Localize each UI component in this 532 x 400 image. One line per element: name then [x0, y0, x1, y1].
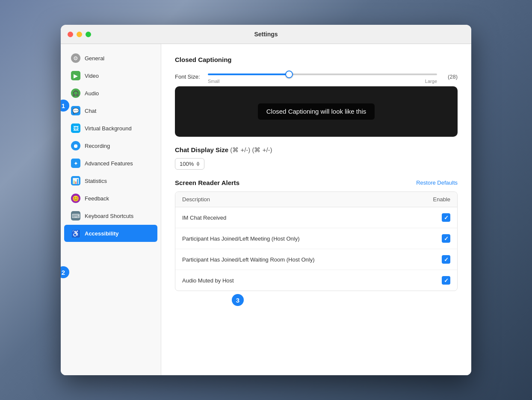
checkbox-participant-joined[interactable]: ✓ [442, 234, 450, 243]
chat-display-dropdown[interactable]: 100% [175, 158, 204, 170]
sidebar-item-general[interactable]: ⚙ General [64, 50, 157, 67]
arrow-up-icon [196, 162, 200, 164]
feedback-icon: 😊 [71, 194, 80, 203]
advanced-features-icon: ✦ [71, 159, 80, 168]
alerts-table: Description Enable IM Chat Received ✓ Pa… [175, 191, 458, 291]
audio-icon: 🎧 [71, 88, 80, 98]
sidebar-item-accessibility[interactable]: ♿ Accessibility [64, 225, 157, 242]
screen-reader-header: Screen Reader Alerts Restore Defaults [175, 179, 458, 186]
sidebar-label-recording: Recording [85, 143, 110, 149]
sidebar-item-feedback[interactable]: 😊 Feedback [64, 190, 157, 207]
checkbox-audio-muted[interactable]: ✓ [442, 276, 450, 285]
chat-display-section: Chat Display Size (⌘ +/-) (⌘ +/-) 100% [175, 146, 458, 170]
window-title: Settings [254, 31, 278, 38]
screen-reader-section: Screen Reader Alerts Restore Defaults De… [175, 179, 458, 291]
chat-icon: 💬 [71, 106, 80, 115]
general-icon: ⚙ [71, 53, 80, 63]
font-size-slider[interactable] [208, 74, 437, 75]
chat-display-title: Chat Display Size (⌘ +/-) (⌘ +/-) [175, 146, 458, 154]
sidebar-label-keyboard-shortcuts: Keyboard Shortcuts [85, 213, 133, 219]
caption-preview: Closed Captioning will look like this [175, 86, 458, 137]
statistics-icon: 📊 [71, 176, 80, 185]
table-row-participant-waiting: Participant Has Joined/Left Waiting Room… [175, 249, 457, 270]
chat-display-value: 100% [180, 161, 194, 167]
table-row-audio-muted: Audio Muted by Host ✓ [175, 270, 457, 291]
sidebar-label-general: General [85, 55, 104, 62]
slider-container: Small Large [208, 69, 437, 84]
maximize-button[interactable] [86, 32, 91, 37]
table-row-im-chat: IM Chat Received ✓ [175, 207, 457, 228]
row-description-participant-joined: Participant Has Joined/Left Meeting (Hos… [182, 235, 300, 242]
sidebar-label-accessibility: Accessibility [85, 230, 119, 237]
sidebar-item-video[interactable]: ▶ Video [64, 67, 157, 84]
table-row-participant-joined: Participant Has Joined/Left Meeting (Hos… [175, 228, 457, 249]
sidebar-label-virtual-background: Virtual Background [85, 125, 132, 132]
title-bar: Settings [61, 25, 471, 44]
dropdown-arrows [196, 162, 200, 166]
sidebar-item-advanced-features[interactable]: ✦ Advanced Features [64, 155, 157, 172]
slider-labels: Small Large [208, 79, 437, 84]
virtual-background-icon: 🖼 [71, 124, 80, 133]
slider-max-label: Large [425, 79, 437, 84]
video-icon: ▶ [71, 71, 80, 80]
traffic-lights [68, 32, 91, 37]
row-description-audio-muted: Audio Muted by Host [182, 277, 234, 284]
sidebar-item-chat[interactable]: 💬 Chat [64, 102, 157, 119]
col-enable-header: Enable [433, 196, 450, 203]
restore-defaults-button[interactable]: Restore Defaults [416, 179, 458, 186]
keyboard-shortcuts-icon: ⌨ [71, 211, 80, 221]
settings-window: Settings 1 2 3 ⚙ General ▶ Video 🎧 Audio [61, 25, 471, 375]
checkmark-icon: ✓ [444, 235, 449, 242]
closed-captioning-section: Closed Captioning Font Size: Small Large… [175, 56, 458, 137]
slider-min-label: Small [208, 79, 220, 84]
sidebar: ⚙ General ▶ Video 🎧 Audio 💬 Chat 🖼 Virtu… [61, 44, 161, 375]
col-description-header: Description [182, 196, 210, 203]
arrow-down-icon [196, 164, 200, 166]
close-button[interactable] [68, 32, 73, 37]
recording-icon: ⏺ [71, 141, 80, 150]
sidebar-label-statistics: Statistics [85, 178, 107, 184]
caption-preview-text: Closed Captioning will look like this [266, 108, 366, 115]
main-content: 1 2 3 ⚙ General ▶ Video 🎧 Audio 💬 [61, 44, 471, 375]
content-area: Closed Captioning Font Size: Small Large… [161, 44, 471, 375]
sidebar-item-audio[interactable]: 🎧 Audio [64, 85, 157, 102]
font-size-label: Font Size: [175, 74, 203, 80]
font-size-value: (28) [442, 74, 458, 80]
sidebar-item-virtual-background[interactable]: 🖼 Virtual Background [64, 120, 157, 137]
accessibility-icon: ♿ [71, 229, 80, 238]
checkbox-im-chat[interactable]: ✓ [442, 213, 450, 222]
row-description-im-chat: IM Chat Received [182, 215, 226, 221]
sidebar-label-audio: Audio [85, 90, 99, 97]
row-description-participant-waiting: Participant Has Joined/Left Waiting Room… [182, 256, 314, 263]
annotation-badge-3: 3 [232, 294, 244, 306]
sidebar-label-video: Video [85, 73, 99, 79]
minimize-button[interactable] [77, 32, 82, 37]
table-header: Description Enable [175, 192, 457, 207]
sidebar-item-recording[interactable]: ⏺ Recording [64, 137, 157, 154]
checkmark-icon: ✓ [444, 256, 449, 263]
checkmark-icon: ✓ [444, 277, 449, 284]
sidebar-item-statistics[interactable]: 📊 Statistics [64, 172, 157, 189]
chat-display-shortcut: (⌘ +/-) [230, 146, 250, 153]
checkmark-icon: ✓ [444, 215, 449, 221]
screen-reader-title: Screen Reader Alerts [175, 179, 239, 186]
checkbox-participant-waiting[interactable]: ✓ [442, 255, 450, 264]
closed-captioning-title: Closed Captioning [175, 56, 458, 63]
sidebar-label-advanced-features: Advanced Features [85, 160, 133, 167]
font-size-row: Font Size: Small Large (28) [175, 69, 458, 84]
sidebar-item-keyboard-shortcuts[interactable]: ⌨ Keyboard Shortcuts [64, 207, 157, 224]
sidebar-label-feedback: Feedback [85, 195, 109, 202]
caption-text-bubble: Closed Captioning will look like this [258, 103, 375, 120]
sidebar-label-chat: Chat [85, 108, 96, 114]
